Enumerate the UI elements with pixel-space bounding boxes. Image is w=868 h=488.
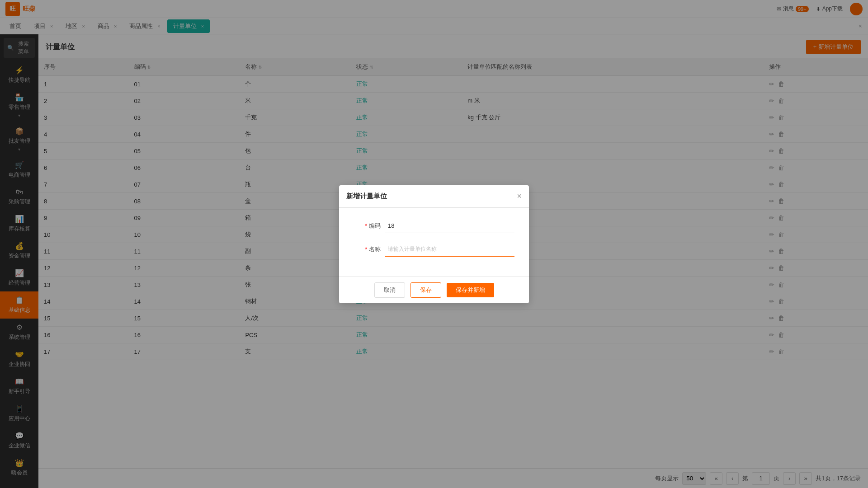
save-and-new-button[interactable]: 保存并新增 (447, 283, 494, 297)
modal-header: 新增计量单位 × (339, 185, 529, 208)
code-label: * 编码 (354, 222, 381, 230)
modal-overlay: 新增计量单位 × * 编码 * 名称 取消 保存 保存并新增 (0, 0, 868, 488)
save-button[interactable]: 保存 (410, 282, 441, 298)
modal-title: 新增计量单位 (346, 192, 387, 201)
name-field-row: * 名称 (354, 242, 514, 257)
name-label: * 名称 (354, 245, 381, 253)
name-required-mark: * (365, 246, 369, 253)
code-required-mark: * (365, 222, 369, 229)
code-input[interactable] (385, 219, 514, 233)
cancel-button[interactable]: 取消 (374, 282, 405, 298)
code-field-row: * 编码 (354, 219, 514, 233)
add-unit-modal: 新增计量单位 × * 编码 * 名称 取消 保存 保存并新增 (339, 185, 529, 303)
modal-close-button[interactable]: × (517, 192, 522, 201)
name-input[interactable] (385, 242, 514, 257)
modal-footer: 取消 保存 保存并新增 (339, 277, 529, 303)
modal-body: * 编码 * 名称 (339, 208, 529, 277)
